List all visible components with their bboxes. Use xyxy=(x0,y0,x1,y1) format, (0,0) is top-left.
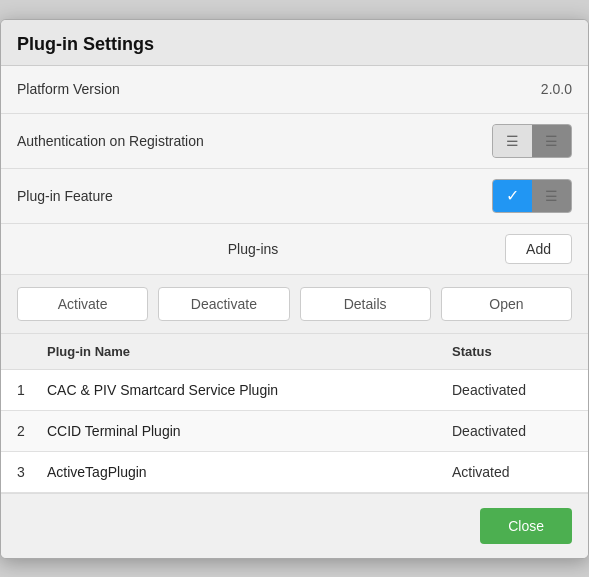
auth-registration-label: Authentication on Registration xyxy=(17,133,492,149)
close-button[interactable]: Close xyxy=(480,508,572,544)
details-button[interactable]: Details xyxy=(300,287,431,321)
table-row[interactable]: 2 CCID Terminal Plugin Deactivated xyxy=(1,411,588,452)
check-icon: ✓ xyxy=(506,186,519,205)
toggle-check-side: ✓ xyxy=(493,180,532,212)
plugins-header-row: Plug-ins Add xyxy=(1,224,588,275)
title-bar: Plug-in Settings xyxy=(1,20,588,66)
add-button[interactable]: Add xyxy=(505,234,572,264)
col-status-header: Status xyxy=(452,344,572,359)
auth-registration-row: Authentication on Registration ☰ ☰ xyxy=(1,114,588,169)
footer-row: Close xyxy=(1,493,588,558)
row-num-1: 1 xyxy=(17,382,47,398)
deactivate-button[interactable]: Deactivate xyxy=(158,287,289,321)
toggle-left-icon: ☰ xyxy=(493,125,532,157)
row-status-3: Activated xyxy=(452,464,572,480)
lines-icon-right: ☰ xyxy=(545,133,559,149)
table-header: Plug-in Name Status xyxy=(1,334,588,370)
window-title: Plug-in Settings xyxy=(17,34,572,55)
table-row[interactable]: 1 CAC & PIV Smartcard Service Plugin Dea… xyxy=(1,370,588,411)
platform-version-row: Platform Version 2.0.0 xyxy=(1,66,588,114)
plugin-feature-toggle[interactable]: ✓ ☰ xyxy=(492,179,572,213)
lines-icon-feature: ☰ xyxy=(545,188,559,204)
toggle-lines-side: ☰ xyxy=(532,180,571,212)
platform-version-label: Platform Version xyxy=(17,81,541,97)
toggle-right-side: ☰ xyxy=(532,125,571,157)
plugin-feature-row: Plug-in Feature ✓ ☰ xyxy=(1,169,588,224)
row-num-3: 3 xyxy=(17,464,47,480)
plugin-feature-label: Plug-in Feature xyxy=(17,188,492,204)
plugins-section-label: Plug-ins xyxy=(17,241,489,257)
row-status-2: Deactivated xyxy=(452,423,572,439)
row-num-2: 2 xyxy=(17,423,47,439)
table-row[interactable]: 3 ActiveTagPlugin Activated xyxy=(1,452,588,493)
row-name-3: ActiveTagPlugin xyxy=(47,464,452,480)
platform-version-value: 2.0.0 xyxy=(541,81,572,97)
lines-icon: ☰ xyxy=(506,133,520,149)
row-name-2: CCID Terminal Plugin xyxy=(47,423,452,439)
open-button[interactable]: Open xyxy=(441,287,572,321)
plugin-settings-window: Plug-in Settings Platform Version 2.0.0 … xyxy=(0,19,589,559)
action-buttons-row: Activate Deactivate Details Open xyxy=(1,275,588,334)
row-status-1: Deactivated xyxy=(452,382,572,398)
auth-registration-toggle[interactable]: ☰ ☰ xyxy=(492,124,572,158)
col-name-header: Plug-in Name xyxy=(47,344,452,359)
activate-button[interactable]: Activate xyxy=(17,287,148,321)
row-name-1: CAC & PIV Smartcard Service Plugin xyxy=(47,382,452,398)
